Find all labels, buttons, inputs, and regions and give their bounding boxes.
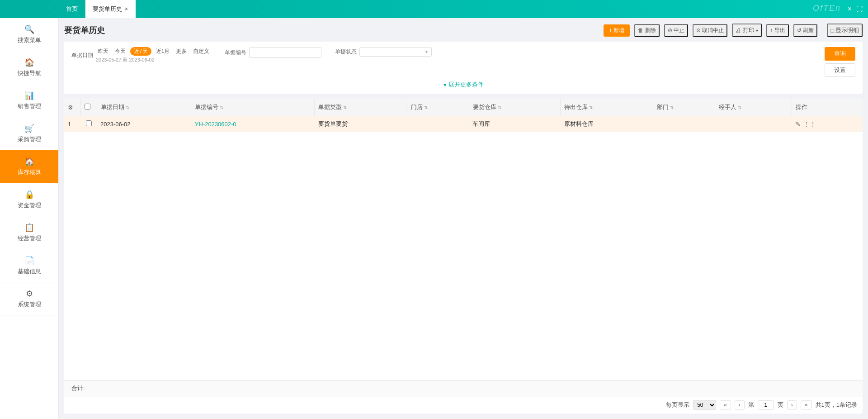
expand-more-button[interactable]: ▾ 展开更多条件 [71, 81, 855, 89]
prev-page-button[interactable]: ‹ [735, 400, 745, 409]
search-icon: 🔍 [24, 24, 34, 34]
table-scroll[interactable]: ⚙ 单据日期 ⇅ [64, 99, 863, 380]
th-checkbox[interactable] [80, 99, 97, 116]
print-button[interactable]: 🖨 打印 ▾ [732, 24, 762, 37]
sidebar-item-inventory[interactable]: 🏠 库存核算 [0, 150, 58, 183]
tab-requisition-history[interactable]: 要货单历史 × [85, 0, 136, 18]
date-range-text: 2023-05-27 至 2023-06-02 [96, 57, 211, 63]
page-header: 要货单历史 + 新增 🗑 删除 ⊘ 中止 ⊘ 取消中止 🖨 打印 ▾ ↑ 导出 … [64, 24, 863, 37]
filter-top-row: 单据日期 昨天 今天 近7天 近1月 更多 自定义 2023-05-27 至 2… [71, 47, 855, 77]
th-actions-label: 操作 [796, 104, 807, 110]
date-shortcut-today[interactable]: 今天 [113, 47, 127, 56]
td-pending-warehouse: 原材料仓库 [561, 116, 653, 132]
sidebar-item-search-label: 搜索菜单 [18, 36, 41, 44]
status-dropdown[interactable]: ▾ [359, 47, 432, 57]
main-layout: 🔍 搜索菜单 🏠 快捷导航 📊 销售管理 🛒 采购管理 🏠 库存核算 🔒 资金管… [0, 18, 868, 419]
cancel-stop-button[interactable]: ⊘ 取消中止 [693, 24, 727, 37]
page-input[interactable] [758, 400, 774, 409]
date-shortcuts: 昨天 今天 近7天 近1月 更多 自定义 2023-05-27 至 2023-0… [96, 47, 211, 63]
settings-icon[interactable]: ⚙ [68, 104, 73, 111]
sidebar-item-quick-nav[interactable]: 🏠 快捷导航 [0, 51, 58, 84]
td-handler [715, 116, 792, 132]
stop-button[interactable]: ⊘ 中止 [664, 24, 688, 37]
expand-label: 展开更多条件 [448, 81, 484, 89]
table-container: ⚙ 单据日期 ⇅ [64, 99, 863, 414]
top-bar: 首页 要货单历史 × OfTEn × ⛶ [0, 0, 868, 18]
td-actions: ✎ ⋮⋮ [792, 116, 863, 132]
window-close-icon[interactable]: × [848, 5, 852, 13]
dropdown-arrow-icon: ▾ [425, 49, 428, 54]
row-edit-icon[interactable]: ✎ [795, 120, 801, 128]
basic-info-icon: 📄 [24, 256, 34, 266]
refresh-button[interactable]: ↺ 刷新 [793, 24, 817, 37]
print-chevron-icon: ▾ [756, 28, 758, 33]
th-department-sort-icon[interactable]: ⇅ [670, 105, 674, 110]
next-page-button[interactable]: › [787, 400, 797, 409]
td-doc-no: YH-20230602-0 [191, 116, 315, 132]
status-label: 单据状态 [335, 48, 357, 56]
per-page-select[interactable]: 50 10 20 100 [693, 400, 716, 410]
doc-no-input[interactable] [249, 47, 321, 58]
sidebar: 🔍 搜索菜单 🏠 快捷导航 📊 销售管理 🛒 采购管理 🏠 库存核算 🔒 资金管… [0, 18, 59, 419]
th-pending-warehouse-sort-icon[interactable]: ⇅ [589, 105, 593, 110]
th-settings[interactable]: ⚙ [64, 99, 80, 116]
th-req-warehouse-sort-icon[interactable]: ⇅ [498, 105, 501, 110]
brand-text: OfTEn [813, 4, 841, 13]
date-shortcut-yesterday[interactable]: 昨天 [96, 47, 110, 56]
select-all-checkbox[interactable] [85, 104, 90, 110]
row-more-icon[interactable]: ⋮⋮ [803, 120, 816, 128]
td-index: 1 [64, 116, 80, 132]
table-header: ⚙ 单据日期 ⇅ [64, 99, 863, 116]
sidebar-item-management[interactable]: 📋 经营管理 [0, 216, 58, 249]
sidebar-item-basic-info[interactable]: 📄 基础信息 [0, 249, 58, 282]
date-shortcut-7days[interactable]: 近7天 [130, 47, 151, 56]
last-page-button[interactable]: » [801, 400, 812, 409]
sidebar-item-finance[interactable]: 🔒 资金管理 [0, 183, 58, 216]
window-fullscreen-icon[interactable]: ⛶ [856, 5, 863, 13]
th-handler-sort-icon[interactable]: ⇅ [738, 105, 741, 110]
per-page-label: 每页显示 [666, 401, 689, 409]
td-doc-type: 要货单要货 [315, 116, 407, 132]
setting-button[interactable]: 设置 [825, 63, 855, 77]
sum-label: 合计: [71, 385, 85, 391]
th-actions: 操作 [792, 99, 863, 116]
query-button[interactable]: 查询 [825, 47, 855, 61]
date-shortcut-more[interactable]: 更多 [174, 47, 189, 56]
th-date-sort-icon[interactable]: ⇅ [126, 105, 129, 110]
print-icon: 🖨 [736, 27, 741, 34]
sales-icon: 📊 [24, 90, 34, 100]
inventory-icon: 🏠 [24, 157, 34, 167]
date-shortcut-1month[interactable]: 近1月 [154, 47, 172, 56]
export-button[interactable]: ↑ 导出 [766, 24, 788, 37]
delete-button[interactable]: 🗑 删除 [634, 24, 659, 37]
th-date-label: 单据日期 [101, 103, 124, 111]
home-icon: 🏠 [24, 57, 34, 67]
sidebar-item-sales[interactable]: 📊 销售管理 [0, 84, 58, 117]
filter-area: 单据日期 昨天 今天 近7天 近1月 更多 自定义 2023-05-27 至 2… [64, 42, 863, 94]
doc-no-filter: 单据编号 [225, 47, 321, 58]
sidebar-item-management-label: 经营管理 [18, 234, 41, 243]
new-button[interactable]: + 新增 [604, 24, 630, 37]
filter-buttons: 查询 设置 [825, 47, 855, 77]
th-doc-type-sort-icon[interactable]: ⇅ [343, 105, 347, 110]
td-doc-no-link[interactable]: YH-20230602-0 [195, 121, 236, 128]
tab-close-icon[interactable]: × [125, 6, 128, 12]
first-page-button[interactable]: « [720, 400, 731, 409]
date-filter-label: 单据日期 [71, 52, 93, 59]
date-shortcut-custom[interactable]: 自定义 [191, 47, 211, 56]
td-department [653, 116, 715, 132]
th-doc-no-sort-icon[interactable]: ⇅ [220, 105, 223, 110]
sidebar-item-purchase[interactable]: 🛒 采购管理 [0, 117, 58, 150]
sidebar-item-search[interactable]: 🔍 搜索菜单 [0, 18, 58, 51]
table-body: 1 2023-06-02 YH-20230602-0 要货单要货 车间库 [64, 116, 863, 132]
th-store-sort-icon[interactable]: ⇅ [424, 105, 428, 110]
td-date: 2023-06-02 [97, 116, 191, 132]
td-checkbox[interactable] [80, 116, 97, 132]
system-icon: ⚙ [26, 289, 33, 299]
row-checkbox[interactable] [86, 120, 92, 126]
display-detail-button[interactable]: □ □ 显示明细 显示明细 [827, 24, 863, 37]
sidebar-item-system[interactable]: ⚙ 系统管理 [0, 282, 58, 315]
tab-home[interactable]: 首页 [59, 0, 85, 18]
th-doc-type: 单据类型 ⇅ [315, 99, 407, 116]
sidebar-item-finance-label: 资金管理 [18, 201, 41, 210]
